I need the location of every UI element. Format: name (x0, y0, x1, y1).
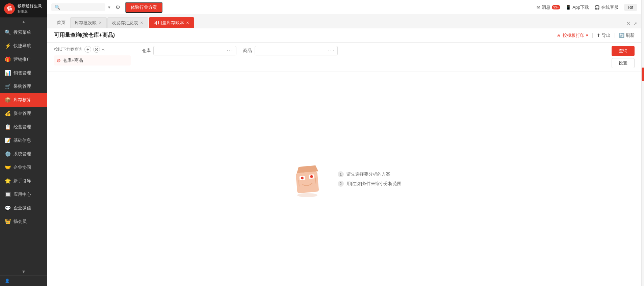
step-2-text: 用[过滤]条件来缩小分析范围 (346, 181, 402, 187)
sidebar-item-basic[interactable]: 📝 基础信息 (0, 134, 47, 147)
app-version: 标准版 (18, 9, 42, 14)
chevron-down-icon: ▾ (586, 33, 588, 38)
sidebar-item-label: 库存核算 (14, 97, 31, 103)
goods-input[interactable] (258, 48, 327, 53)
app-logo: 畅 (4, 3, 15, 14)
dropdown-chevron-icon[interactable]: ▾ (108, 5, 110, 10)
sidebar-item-system[interactable]: ⚙️ 系统管理 (0, 147, 47, 161)
refresh-button[interactable]: 🔄 刷新 (619, 32, 635, 38)
sidebar-item-search[interactable]: 🔍 搜索菜单 (0, 26, 47, 39)
template-print-button[interactable]: 🖨 按模板打印 ▾ (557, 32, 588, 38)
main-content: 🔍 ▾ ⚙ 体验行业方案 ✉ 消息 99+ 📱 App下载 🎧 在线客服 Rit (47, 0, 641, 286)
online-service-label: 在线客服 (601, 4, 619, 10)
filter-scheme-label: 按以下方案查询 (54, 47, 82, 52)
phone-icon: 📱 (566, 5, 571, 10)
sidebar-item-member[interactable]: 👑 畅会员 (0, 215, 47, 228)
trial-industry-button[interactable]: 体验行业方案 (125, 2, 162, 13)
sidebar-item-label: 系统管理 (14, 151, 31, 157)
sidebar-item-wechat[interactable]: 💬 企业微信 (0, 201, 47, 215)
empty-steps: 1 请先选择要分析的方案 2 用[过滤]条件来缩小分析范围 (338, 171, 402, 187)
scheme-item-warehouse-goods[interactable]: ⊚ 仓库+商品 (54, 55, 131, 66)
manage-scheme-button[interactable]: ⊙ (93, 46, 100, 53)
gear-icon: ⚙️ (5, 151, 11, 157)
empty-step-2: 2 用[过滤]条件来缩小分析范围 (338, 181, 402, 187)
sidebar-item-newbie[interactable]: 🌟 新手引导 (0, 174, 47, 188)
settings-button[interactable]: 设置 (612, 58, 635, 68)
sidebar-item-apps[interactable]: 🔲 应用中心 (0, 188, 47, 201)
goods-more-icon[interactable]: ··· (328, 48, 335, 54)
page-header: 可用量查询(按仓库+商品) 🖨 按模板打印 ▾ ⬆ 导出 🔄 刷新 (47, 28, 641, 43)
sidebar-item-finance[interactable]: 💰 资金管理 (0, 107, 47, 120)
svg-point-0 (297, 193, 317, 197)
tab-close-receive[interactable]: ✕ (139, 21, 144, 25)
tab-close-batch[interactable]: ✕ (98, 21, 102, 25)
app-name-block: 畅康通好生意 标准版 (18, 4, 42, 14)
star-icon: 🌟 (5, 178, 11, 184)
sidebar-item-label: 畅会员 (14, 218, 27, 225)
empty-robot-svg (287, 159, 328, 199)
step-1-text: 请先选择要分析的方案 (346, 171, 390, 177)
warehouse-input[interactable] (156, 48, 226, 53)
tab-home[interactable]: 首页 (53, 17, 70, 28)
chat-icon: 💬 (5, 205, 11, 211)
money-icon: 💰 (5, 110, 11, 116)
empty-step-1: 1 请先选择要分析的方案 (338, 171, 402, 177)
tab-batch-account[interactable]: 库存批次账 ✕ (70, 17, 107, 28)
filter-scheme-header: 按以下方案查询 + ⊙ « (54, 46, 131, 53)
warehouse-input-wrap[interactable]: ··· (153, 46, 236, 55)
refresh-icon: 🔄 (619, 33, 624, 38)
sidebar-item-label: 营销推广 (14, 56, 31, 62)
topbar-search-box[interactable]: 🔍 (51, 3, 105, 11)
query-button[interactable]: 查询 (612, 46, 635, 56)
scrollbar-thumb[interactable] (642, 68, 644, 81)
gift-icon: 🎁 (5, 56, 11, 62)
warehouse-label: 仓库 (142, 48, 151, 54)
sidebar-item-sales[interactable]: 📊 销售管理 (0, 66, 47, 80)
scheme-label: 仓库+商品 (63, 57, 83, 63)
add-scheme-button[interactable]: + (84, 46, 91, 53)
grid-icon: 🔲 (5, 191, 11, 198)
headset-icon: 🎧 (594, 5, 600, 10)
filter-scheme-panel: 按以下方案查询 + ⊙ « ⊚ 仓库+商品 (54, 46, 135, 66)
goods-input-wrap[interactable]: ··· (255, 46, 338, 55)
sidebar-item-label: 应用中心 (14, 191, 31, 198)
sidebar-item-label: 新手引导 (14, 178, 31, 184)
collapse-filter-button[interactable]: « (102, 47, 105, 52)
tab-receive-summary[interactable]: 收发存汇总表 ✕ (107, 17, 148, 28)
warehouse-more-icon[interactable]: ··· (227, 48, 233, 54)
empty-illustration (287, 159, 328, 199)
sidebar-item-operations[interactable]: 📋 经营管理 (0, 120, 47, 134)
user-menu[interactable]: Rit (624, 4, 637, 11)
window-buttons: ✕ ⤢ (626, 20, 641, 28)
maximize-window-icon[interactable]: ⤢ (633, 21, 637, 26)
message-badge[interactable]: ✉ 消息 99+ (537, 4, 560, 10)
handshake-icon: 🤝 (5, 164, 11, 171)
scroll-down-btn[interactable]: ▼ (0, 268, 47, 276)
scroll-up-btn[interactable]: ▲ (0, 18, 47, 26)
tab-available-stock[interactable]: 可用量库存账本 ✕ (149, 17, 194, 28)
sidebar-item-enterprise[interactable]: 🤝 企业协同 (0, 161, 47, 174)
app-download-link[interactable]: 📱 App下载 (566, 4, 589, 10)
clipboard-icon: 📋 (5, 124, 11, 130)
sidebar-item-purchase[interactable]: 🛒 采购管理 (0, 80, 47, 93)
refresh-label: 刷新 (626, 32, 635, 38)
sidebar-nav: 🔍 搜索菜单 ⚡ 快捷导航 🎁 营销推广 📊 销售管理 🛒 采购管理 📦 库存核… (0, 26, 47, 268)
sidebar-item-label: 销售管理 (14, 70, 31, 76)
settings-button[interactable]: ⚙ (113, 3, 123, 12)
right-scrollbar[interactable] (641, 0, 644, 286)
chart-icon: 📊 (5, 70, 11, 76)
page-area: 可用量查询(按仓库+商品) 🖨 按模板打印 ▾ ⬆ 导出 🔄 刷新 (47, 28, 641, 286)
divider2 (615, 33, 615, 38)
sidebar-item-marketing[interactable]: 🎁 营销推广 (0, 53, 47, 66)
cart-icon: 🛒 (5, 83, 11, 89)
export-button[interactable]: ⬆ 导出 (597, 32, 611, 38)
online-service-link[interactable]: 🎧 在线客服 (594, 4, 619, 10)
sidebar-item-shortcut[interactable]: ⚡ 快捷导航 (0, 39, 47, 53)
tab-close-available[interactable]: ✕ (185, 21, 190, 25)
box-icon: 📦 (5, 97, 11, 103)
search-input[interactable] (61, 5, 95, 10)
close-window-icon[interactable]: ✕ (626, 20, 630, 27)
topbar: 🔍 ▾ ⚙ 体验行业方案 ✉ 消息 99+ 📱 App下载 🎧 在线客服 Rit (47, 0, 641, 15)
document-icon: 📝 (5, 137, 11, 144)
sidebar-item-inventory[interactable]: 📦 库存核算 (0, 93, 47, 107)
